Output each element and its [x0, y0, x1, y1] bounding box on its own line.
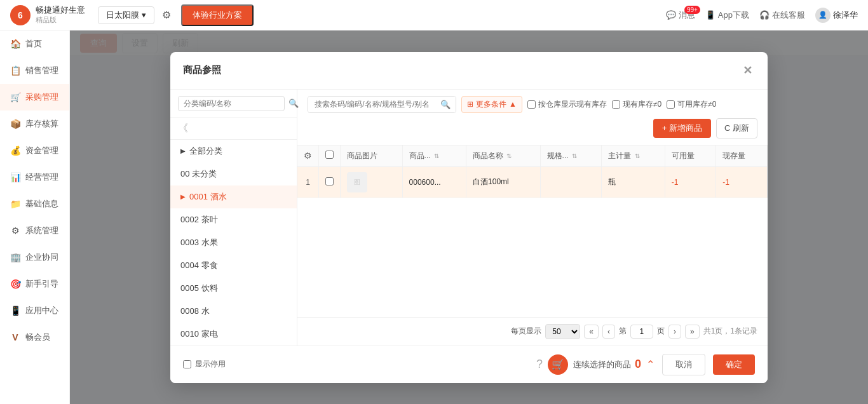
th-stock[interactable]: 现存量	[716, 145, 768, 167]
sidebar-item-home[interactable]: 🏠 首页	[0, 30, 69, 57]
show-stopped-checkbox[interactable]	[183, 360, 191, 368]
first-page-btn[interactable]: «	[584, 325, 599, 339]
modal-overlay: 商品参照 ✕ 🔍 《	[70, 30, 868, 404]
per-page-select[interactable]: 50 20 100	[545, 324, 580, 339]
more-filter-btn[interactable]: ⊞ 更多条件 ▲	[461, 96, 522, 113]
sidebar: 🏠 首页 📋 销售管理 🛒 采购管理 📦 库存核算 💰 资金管理 📊 经营管理 …	[0, 30, 70, 404]
modal-footer: 显示停用 ? 🛒 连续选择的商品 0 ⌃ 取消 确定	[170, 346, 768, 383]
user-menu[interactable]: 👤 徐泽华	[815, 8, 858, 23]
modal-title: 商品参照	[183, 64, 221, 76]
add-product-btn[interactable]: + 新增商品	[653, 119, 711, 138]
nav-right: 💬 消息 99+ 📱 App下载 🎧 在线客服 👤 徐泽华	[666, 8, 858, 23]
product-search-icon[interactable]: 🔍	[435, 97, 456, 112]
cat-label-0004: 0004 零食	[180, 260, 218, 271]
check-usable[interactable]: 可用库存≠0	[667, 99, 716, 110]
sort-name-icon[interactable]: ⇅	[506, 152, 512, 159]
gear-icon[interactable]: ⚙	[304, 151, 312, 161]
inventory-checkbox[interactable]	[612, 100, 620, 109]
sidebar-item-finance[interactable]: 💰 资金管理	[0, 137, 69, 164]
basic-icon: 📁	[10, 199, 20, 209]
th-gear[interactable]: ⚙	[297, 145, 319, 167]
settings-icon[interactable]: ⚙	[159, 6, 173, 24]
sidebar-label-sales: 销售管理	[25, 65, 58, 76]
cat-item-all[interactable]: ▶ 全部分类	[170, 140, 297, 163]
collapse-cart-icon[interactable]: ⌃	[646, 358, 654, 370]
cat-item-0005[interactable]: 0005 饮料	[170, 277, 297, 300]
show-stopped-label: 显示停用	[195, 359, 226, 370]
operation-icon: 📊	[10, 172, 20, 182]
cat-item-0001[interactable]: ▶ 0001 酒水	[170, 185, 297, 208]
sidebar-item-guide[interactable]: 🎯 新手引导	[0, 271, 69, 297]
cart-icon[interactable]: 🛒	[548, 354, 568, 375]
product-table-body: 1 图 000600... 白酒100ml 瓶 -1 -1	[297, 166, 768, 198]
th-code[interactable]: 商品... ⇅	[402, 145, 466, 167]
sidebar-label-operation: 经营管理	[25, 172, 58, 183]
sidebar-item-vip[interactable]: V 畅会员	[0, 324, 69, 351]
user-name: 徐泽华	[833, 10, 858, 21]
table-row[interactable]: 1 图 000600... 白酒100ml 瓶 -1 -1	[297, 166, 768, 198]
message-btn[interactable]: 💬 消息 99+	[666, 10, 695, 21]
current-page-input[interactable]	[630, 325, 653, 339]
product-search-input[interactable]	[308, 97, 435, 112]
sidebar-item-system[interactable]: ⚙ 系统管理	[0, 217, 69, 244]
cat-label-0005: 0005 饮料	[180, 283, 218, 294]
check-warehouse[interactable]: 按仓库显示现有库存	[527, 99, 607, 110]
th-spec[interactable]: 规格... ⇅	[540, 145, 602, 167]
app-download-btn[interactable]: 📱 App下载	[705, 10, 749, 21]
td-usable: -1	[665, 166, 716, 198]
sidebar-item-enterprise[interactable]: 🏢 企业协同	[0, 244, 69, 271]
experience-btn[interactable]: 体验行业方案	[181, 4, 254, 26]
prev-page-btn[interactable]: ‹	[602, 325, 615, 339]
sidebar-item-purchase[interactable]: 🛒 采购管理	[0, 84, 69, 111]
td-checkbox[interactable]	[319, 166, 341, 198]
system-icon: ⚙	[10, 226, 20, 236]
cat-item-0003[interactable]: 0003 水果	[170, 231, 297, 254]
last-page-btn[interactable]: »	[685, 325, 700, 339]
cat-item-0008[interactable]: 0008 水	[170, 300, 297, 323]
cat-item-0002[interactable]: 0002 茶叶	[170, 208, 297, 231]
main-layout: 🏠 首页 📋 销售管理 🛒 采购管理 📦 库存核算 💰 资金管理 📊 经营管理 …	[0, 30, 868, 404]
show-stopped-area: 显示停用	[183, 359, 226, 370]
select-all-checkbox[interactable]	[325, 151, 334, 159]
category-search-input[interactable]	[178, 96, 285, 111]
warehouse-checkbox[interactable]	[527, 100, 536, 109]
service-label: 在线客服	[772, 10, 805, 21]
th-unit[interactable]: 主计量 ⇅	[602, 145, 665, 167]
cat-item-0010[interactable]: 0010 家电	[170, 323, 297, 346]
cancel-btn[interactable]: 取消	[662, 354, 705, 375]
help-icon[interactable]: ?	[536, 358, 543, 371]
sidebar-item-basic[interactable]: 📁 基础信息	[0, 191, 69, 217]
sidebar-item-sales[interactable]: 📋 销售管理	[0, 57, 69, 84]
sort-unit-icon[interactable]: ⇅	[635, 152, 640, 159]
sidebar-item-inventory[interactable]: 📦 库存核算	[0, 111, 69, 137]
row-checkbox[interactable]	[325, 177, 334, 185]
next-page-btn[interactable]: ›	[668, 325, 681, 339]
check-inventory[interactable]: 现有库存≠0	[612, 99, 661, 110]
cat-item-0004[interactable]: 0004 零食	[170, 254, 297, 277]
sort-code-icon[interactable]: ⇅	[434, 152, 439, 159]
message-badge: 99+	[684, 6, 700, 14]
confirm-btn[interactable]: 确定	[713, 354, 755, 375]
sidebar-item-app[interactable]: 📱 应用中心	[0, 297, 69, 324]
th-usable[interactable]: 可用量	[665, 145, 716, 167]
th-name[interactable]: 商品名称 ⇅	[466, 145, 540, 167]
top-nav: 6 畅捷通好生意 精品版 日太阳膜 ▾ ⚙ 体验行业方案 💬 消息 99+ 📱 …	[0, 0, 868, 30]
main-content: 查询 设置 刷新 商品参照 ✕ 🔍	[70, 30, 868, 404]
refresh-btn[interactable]: C 刷新	[716, 118, 757, 138]
cat-item-00[interactable]: 00 未分类	[170, 163, 297, 185]
sidebar-label-enterprise: 企业协同	[25, 252, 58, 263]
category-collapse-btn[interactable]: 《	[170, 118, 297, 140]
usable-checkbox[interactable]	[667, 100, 675, 109]
content-panel: 🔍 ⊞ 更多条件 ▲ 按仓库显示现有库存	[297, 90, 768, 346]
online-service-btn[interactable]: 🎧 在线客服	[759, 10, 805, 21]
sidebar-item-operation[interactable]: 📊 经营管理	[0, 164, 69, 191]
product-table-wrapper: ⚙ 商品图片 商品... ⇅	[297, 145, 768, 317]
store-selector[interactable]: 日太阳膜 ▾	[98, 6, 154, 24]
sort-spec-icon[interactable]: ⇅	[572, 152, 577, 159]
cat-label-0010: 0010 家电	[180, 328, 218, 340]
modal-close-btn[interactable]: ✕	[740, 61, 755, 80]
cat-label-0001: 0001 酒水	[189, 191, 227, 203]
dropdown-arrow-icon: ▾	[142, 10, 146, 20]
th-select	[319, 145, 341, 167]
sidebar-label-app: 应用中心	[25, 305, 58, 316]
